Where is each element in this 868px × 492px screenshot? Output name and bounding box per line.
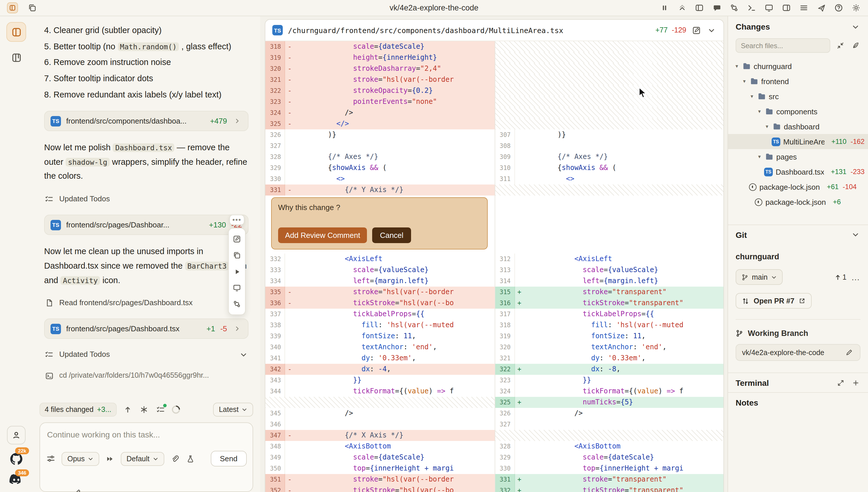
diff-line[interactable]: 311 <> (494, 173, 723, 184)
message-input[interactable] (47, 430, 245, 439)
diff-line[interactable]: 332+ tickStroke="transparent" (494, 485, 723, 492)
diff-line[interactable]: 348 <AxisBottom (265, 441, 494, 452)
diff-line[interactable]: 323- pointerEvents="none" (265, 96, 494, 107)
change-view-icon[interactable] (691, 25, 701, 35)
edit-branch-icon[interactable] (844, 347, 854, 358)
collapse-up-icon[interactable] (677, 3, 687, 13)
diff-line[interactable]: 322- strokeOpacity={0.2} (265, 85, 494, 96)
plus-icon[interactable] (850, 378, 861, 388)
paper-plane-icon[interactable] (816, 3, 826, 13)
diff-line[interactable]: 326 /> (494, 408, 723, 419)
tree-file-row[interactable]: TSMultiLineArea.tsx+110-162 (728, 134, 868, 149)
pencil-icon[interactable] (72, 487, 82, 492)
more-actions-icon[interactable]: ••• (229, 215, 244, 225)
copy-icon[interactable] (229, 247, 244, 264)
diff-line[interactable]: 322+ dx: -8, (494, 364, 723, 375)
commits-ahead[interactable]: 1 (834, 273, 846, 281)
diff-line[interactable]: 337 tickLabelProps={{ (265, 309, 494, 320)
diff-line[interactable]: 321- stroke="hsl(var(--border (265, 74, 494, 85)
panel-left-icon[interactable] (695, 3, 704, 13)
file-diff-chip[interactable]: TS frontend/src/pages/Dashboar... +130 -… (44, 215, 249, 235)
up-arrow-icon[interactable] (123, 405, 133, 415)
diff-line[interactable]: 320 textAnchor: 'end', (494, 342, 723, 353)
diff-line[interactable]: 314 left={margin.left} (494, 276, 723, 287)
cancel-button[interactable]: Cancel (372, 227, 411, 243)
diff-line[interactable]: 327 (265, 141, 494, 151)
diff-line[interactable]: 309 {/* Axes */} (494, 151, 723, 163)
tree-folder-row[interactable]: ▾churnguard (728, 58, 868, 74)
changes-section-header[interactable]: Changes (728, 16, 868, 37)
chevron-down-icon[interactable]: ▾ (756, 108, 762, 114)
send-button[interactable]: Send (210, 451, 247, 466)
branch-selector[interactable]: main (736, 269, 783, 285)
git-compare-icon[interactable] (729, 3, 739, 13)
diff-line[interactable]: 332 <AxisLeft (265, 253, 494, 265)
terminal-command-row[interactable]: cd /private/var/folders/10/h7w0q46556ggr… (44, 370, 249, 382)
mode-dropdown[interactable]: Default (121, 452, 164, 466)
diff-line[interactable]: 308 (494, 141, 723, 151)
files-changed-chip[interactable]: 4 files changed +3... (40, 403, 117, 417)
chat-bubble-icon[interactable] (712, 3, 722, 13)
diff-line[interactable]: 329 {showAxis && ( (265, 163, 494, 173)
diff-line[interactable]: 327 (494, 419, 723, 430)
diff-line[interactable]: 307 )} (494, 129, 723, 141)
diff-line[interactable]: 338 fill: 'hsl(var(--muted (265, 320, 494, 331)
todos-status-icon[interactable] (156, 405, 165, 415)
monitor-icon[interactable] (764, 3, 774, 13)
account-icon[interactable] (7, 426, 26, 444)
chevron-down-icon[interactable] (850, 22, 861, 32)
play-icon[interactable] (229, 264, 244, 280)
diff-line[interactable]: 320- strokeDasharray="2,4" (265, 63, 494, 74)
diff-line[interactable]: 313 scale={valueScale} (494, 265, 723, 276)
chat-transcript[interactable]: 4. Cleaner grid (subtler opacity) 5. Bet… (32, 16, 260, 397)
dashboard-icon[interactable] (6, 22, 26, 42)
monitor-icon[interactable] (229, 280, 244, 296)
chevron-down-icon[interactable]: ▾ (749, 93, 755, 99)
diff-line[interactable]: 336- tickStroke="hsl(var(--bo (265, 298, 494, 309)
tree-file-row[interactable]: package-lock.json+61-104 (728, 179, 868, 194)
diff-line[interactable]: 350 top={innerHeight + margi (265, 463, 494, 474)
diff-line[interactable]: 326 )} (265, 129, 494, 141)
diff-line[interactable]: 318- scale={dateScale} (265, 41, 494, 52)
diff-line[interactable]: 324 tickFormat={(value) => f (494, 386, 723, 397)
flask-icon[interactable] (186, 454, 195, 464)
feather-icon[interactable] (850, 41, 861, 50)
diff-line[interactable]: 315+ stroke="transparent" (494, 287, 723, 298)
tree-folder-row[interactable]: ▾frontend (728, 74, 868, 89)
notes-section-header[interactable]: Notes (728, 392, 868, 412)
todos-row[interactable]: Updated Todos (44, 193, 249, 205)
paperclip-icon[interactable] (170, 454, 180, 464)
sparkle-icon[interactable] (139, 405, 149, 415)
diff-line[interactable]: 349 scale={dateScale} (265, 452, 494, 463)
open-pr-button[interactable]: Open PR #7 (736, 293, 812, 309)
diff-line[interactable]: 339 fontSize: 11, (265, 331, 494, 342)
diff-line[interactable]: 331+ stroke="transparent" (494, 474, 723, 485)
diff-line[interactable]: 319- height={innerHeight} (265, 52, 494, 63)
diff-line[interactable]: 343 }} (265, 375, 494, 386)
diff-line[interactable]: 340 textAnchor: 'end', (265, 342, 494, 353)
diff-line[interactable]: 330 top={innerHeight + margi (494, 463, 723, 474)
tree-file-row[interactable]: package-lock.json+6 (728, 194, 868, 210)
discord-link[interactable]: 346 (9, 473, 24, 486)
diff-line[interactable]: 328 <AxisBottom (494, 441, 723, 452)
diff-line[interactable]: 328 {/* Axes */} (265, 151, 494, 163)
chevron-down-icon[interactable]: ▾ (756, 154, 762, 159)
read-file-row[interactable]: Read frontend/src/pages/Dashboard.tsx (44, 296, 249, 309)
chevron-down-icon[interactable] (239, 350, 249, 360)
file-diff-chip[interactable]: TS frontend/src/components/dashboa... +4… (44, 111, 249, 131)
model-dropdown[interactable]: Opus (62, 452, 99, 466)
menu-icon[interactable] (799, 3, 809, 13)
file-diff-chip[interactable]: TS frontend/src/pages/Dashboard.tsx +1 -… (44, 319, 249, 339)
diff-line[interactable]: 312 <AxisLeft (494, 253, 723, 265)
diff-line[interactable]: 325+ numTicks={5} (494, 397, 723, 408)
collapse-tree-icon[interactable] (836, 41, 845, 50)
sliders-icon[interactable] (46, 454, 56, 464)
expand-icon[interactable] (836, 378, 845, 388)
git-section-header[interactable]: Git (728, 224, 868, 244)
diff-line[interactable]: 323 }} (494, 375, 723, 386)
chevron-down-icon[interactable]: ▾ (764, 124, 770, 129)
chevron-down-icon[interactable] (850, 230, 861, 240)
chevron-down-icon[interactable]: ▾ (742, 78, 747, 84)
diff-line[interactable]: 346 (265, 419, 494, 430)
github-link[interactable]: 22k (9, 451, 24, 466)
